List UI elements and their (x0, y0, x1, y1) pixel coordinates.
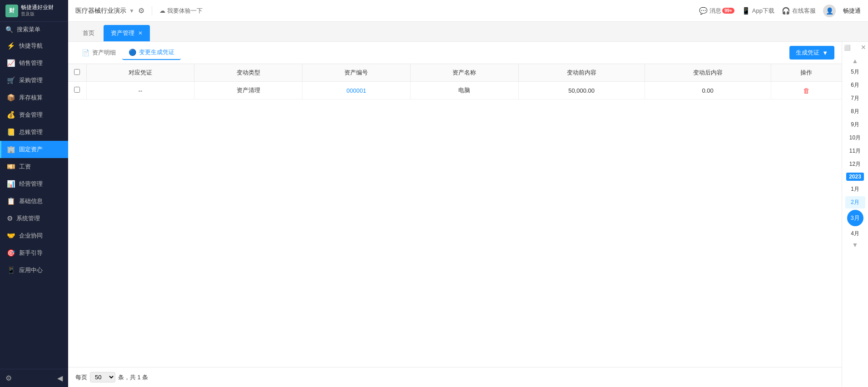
date-month-feb[interactable]: 2月 (845, 196, 865, 208)
sidebar-item-sales[interactable]: 📈 销售管理 (0, 55, 68, 72)
table-header-before: 变动前内容 (518, 64, 645, 82)
company-dropdown-icon: ▼ (129, 8, 134, 14)
sidebar-item-label: 新手引导 (19, 249, 43, 257)
sidebar-item-basic-info[interactable]: 📋 基础信息 (0, 193, 68, 210)
sidebar-bottom: ⚙ ◀ (0, 369, 68, 387)
sidebar-item-label: 总账管理 (19, 128, 43, 136)
cloud-icon: ☁ (159, 7, 165, 14)
fixed-assets-icon: 🏢 (7, 145, 15, 154)
collapse-icon[interactable]: ◀ (57, 374, 63, 382)
date-month-jan[interactable]: 1月 (845, 183, 865, 195)
subtab-asset-detail-label: 资产明细 (92, 49, 116, 57)
table-header-asset-name: 资产名称 (410, 64, 518, 82)
row-before: 50,000.00 (518, 82, 645, 99)
topbar-settings-icon[interactable]: ⚙ (138, 6, 144, 15)
topbar: 医疗器械行业演示 ▼ ⚙ ☁ 我要体验一下 💬 消息 99+ 📱 App下载 🎧… (68, 0, 868, 22)
message-label: 消息 (709, 7, 721, 15)
date-month-apr[interactable]: 4月 (845, 228, 865, 240)
date-month-jul[interactable]: 7月 (845, 92, 865, 104)
sidebar-item-label: 工资 (19, 163, 31, 171)
user-avatar[interactable]: 👤 (823, 5, 836, 17)
sidebar-item-purchase[interactable]: 🛒 采购管理 (0, 72, 68, 89)
tab-close-icon[interactable]: ✕ (138, 30, 143, 36)
sidebar-item-inventory[interactable]: 📦 库存核算 (0, 89, 68, 106)
row-checkbox-cell (68, 82, 86, 99)
sidebar-item-label: 经营管理 (19, 180, 43, 188)
sidebar-item-guide[interactable]: 🎯 新手引导 (0, 244, 68, 262)
select-all-checkbox[interactable] (74, 69, 80, 75)
ledger-icon: 📒 (7, 128, 15, 136)
sidebar-item-enterprise[interactable]: 🤝 企业协同 (0, 227, 68, 244)
logo-text-group: 畅捷通好业财 普及版 (21, 4, 54, 18)
date-scroll-up-btn[interactable]: ▲ (849, 56, 862, 65)
cloud-label: 我要体验一下 (167, 7, 203, 15)
sidebar-item-system[interactable]: ⚙ 系统管理 (0, 210, 68, 227)
content-area: 📄 资产明细 🔵 变更生成凭证 生成凭证 ▼ (68, 42, 842, 387)
sales-icon: 📈 (7, 59, 15, 67)
settings-icon[interactable]: ⚙ (5, 374, 12, 382)
panel-expand-icon[interactable]: ⬜ (844, 45, 851, 51)
message-btn[interactable]: 💬 消息 99+ (699, 7, 734, 15)
date-month-aug[interactable]: 8月 (845, 105, 865, 118)
sidebar-item-fixed-assets[interactable]: 🏢 固定资产 (0, 141, 68, 158)
table-header-action: 操作 (771, 64, 842, 82)
pagination: 每页 50 10 20 100 条，共 1 条 (68, 367, 842, 387)
delete-row-button[interactable]: 🗑 (803, 87, 810, 94)
sidebar-item-operations[interactable]: 📊 经营管理 (0, 175, 68, 193)
generate-voucher-label: 生成凭证 (796, 49, 819, 57)
panel-close-icon[interactable]: ✕ (861, 44, 866, 51)
sidebar-item-label: 销售管理 (19, 59, 43, 67)
date-month-nov[interactable]: 11月 (845, 145, 865, 157)
customer-service-btn[interactable]: 🎧 在线客服 (782, 7, 816, 15)
date-month-mar[interactable]: 3月 (847, 210, 863, 226)
avatar-icon: 👤 (826, 7, 833, 15)
company-selector[interactable]: 医疗器械行业演示 ▼ (75, 7, 134, 15)
date-scroll-down-btn[interactable]: ▼ (849, 240, 862, 249)
sidebar-item-ledger[interactable]: 📒 总账管理 (0, 124, 68, 141)
sidebar-item-payroll[interactable]: 💴 工资 (0, 158, 68, 175)
sidebar-search[interactable]: 🔍 搜索菜单 (0, 22, 68, 37)
table-header-after: 变动后内容 (645, 64, 771, 82)
asset-detail-icon: 📄 (82, 49, 89, 56)
row-checkbox[interactable] (74, 87, 80, 93)
sidebar-logo: 财 畅捷通好业财 普及版 (0, 0, 68, 22)
quick-nav-icon: ⚡ (7, 42, 15, 50)
tab-asset-mgmt[interactable]: 资产管理 ✕ (104, 25, 150, 41)
subtab-asset-detail[interactable]: 📄 资产明细 (75, 46, 122, 60)
generate-voucher-button[interactable]: 生成凭证 ▼ (789, 46, 834, 60)
sidebar-item-label: 资金管理 (19, 111, 43, 119)
row-action: 🗑 (771, 82, 842, 99)
app-center-icon: 📱 (7, 266, 15, 274)
tab-home[interactable]: 首页 (75, 25, 102, 41)
subtab-change-voucher[interactable]: 🔵 变更生成凭证 (122, 45, 181, 60)
date-month-jun[interactable]: 6月 (845, 79, 865, 91)
search-icon: 🔍 (5, 26, 13, 33)
date-month-dec[interactable]: 12月 (845, 158, 865, 170)
asset-table: 对应凭证 变动类型 资产编号 资产名称 变动前内容 变动后内容 操作 (68, 64, 842, 99)
sidebar: 财 畅捷通好业财 普及版 🔍 搜索菜单 ⚡ 快捷导航 📈 销售管理 🛒 采购管理… (0, 0, 68, 387)
date-month-may[interactable]: 5月 (845, 66, 865, 78)
system-icon: ⚙ (7, 214, 13, 223)
sidebar-item-finance[interactable]: 💰 资金管理 (0, 106, 68, 124)
message-icon: 💬 (699, 7, 708, 15)
sidebar-item-label: 快捷导航 (19, 42, 43, 50)
table-row: -- 资产清理 000001 电脑 50,000.00 0.00 🗑 (68, 82, 842, 99)
sidebar-item-app-center[interactable]: 📱 应用中心 (0, 262, 68, 279)
date-month-sep[interactable]: 9月 (845, 119, 865, 131)
subtab-bar: 📄 资产明细 🔵 变更生成凭证 生成凭证 ▼ (68, 42, 842, 64)
per-page-select[interactable]: 50 10 20 100 (90, 372, 115, 382)
username-label[interactable]: 畅捷通 (843, 7, 861, 15)
total-label: 条，共 1 条 (118, 373, 148, 382)
enterprise-icon: 🤝 (7, 232, 15, 240)
per-page-label: 每页 (75, 373, 87, 382)
year-badge: 2023 (846, 173, 864, 181)
generate-dropdown-icon: ▼ (822, 50, 828, 56)
inventory-icon: 📦 (7, 94, 15, 102)
sidebar-item-label: 系统管理 (16, 214, 40, 223)
date-month-oct[interactable]: 10月 (845, 132, 865, 144)
app-download-btn[interactable]: 📱 App下载 (742, 7, 774, 15)
sidebar-item-quick-nav[interactable]: ⚡ 快捷导航 (0, 37, 68, 55)
sidebar-item-label: 企业协同 (19, 232, 43, 240)
row-asset-name: 电脑 (410, 82, 518, 99)
topbar-cloud-btn[interactable]: ☁ 我要体验一下 (159, 7, 203, 15)
